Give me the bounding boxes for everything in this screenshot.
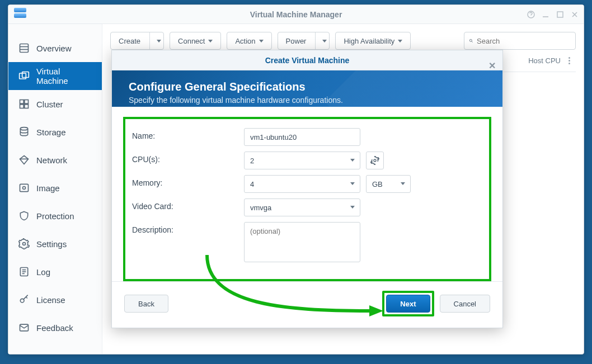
next-highlight: Next <box>382 291 434 316</box>
svg-rect-16 <box>20 184 29 191</box>
sidebar-item-cluster[interactable]: Cluster <box>8 90 102 118</box>
close-icon[interactable] <box>570 10 579 19</box>
modal-titlebar: Create Virtual Machine ✕ <box>112 50 502 70</box>
banner-subtitle: Specify the following virtual machine ha… <box>129 96 486 105</box>
sidebar-item-license[interactable]: License <box>8 286 102 314</box>
storage-icon <box>18 126 30 138</box>
memory-unit-select[interactable]: GB <box>366 175 411 193</box>
connect-button[interactable]: Connect <box>170 32 221 50</box>
sidebar-item-network[interactable]: Network <box>8 146 102 174</box>
window-controls <box>527 5 579 19</box>
cpu-settings-button[interactable] <box>366 152 384 169</box>
minimize-icon[interactable] <box>541 10 550 19</box>
sidebar-item-log[interactable]: Log <box>8 258 102 286</box>
memory-select[interactable]: 4 <box>244 175 360 193</box>
description-textarea[interactable] <box>244 222 360 262</box>
modal-footer: Back Next Cancel <box>112 281 502 328</box>
form-highlight: Name: CPU(s): 2 Memory: 4 GB <box>123 117 491 281</box>
svg-point-25 <box>469 39 472 41</box>
sidebar-item-image[interactable]: Image <box>8 174 102 202</box>
svg-rect-12 <box>20 105 24 108</box>
overview-icon <box>18 42 30 54</box>
sidebar-item-label: Settings <box>36 239 67 249</box>
sidebar-item-virtual-machine[interactable]: Virtual Machine <box>8 62 102 90</box>
column-host-cpu[interactable]: Host CPU <box>528 56 561 65</box>
create-label: Create <box>119 37 140 45</box>
virtual-machine-icon <box>18 70 30 82</box>
action-label: Action <box>235 37 255 45</box>
sidebar-item-label: License <box>36 295 65 305</box>
sidebar-item-label: Network <box>36 155 67 165</box>
sidebar-item-overview[interactable]: Overview <box>8 34 102 62</box>
svg-point-18 <box>23 243 26 245</box>
power-button[interactable]: Power <box>278 32 330 50</box>
modal-banner: Configure General Specifications Specify… <box>112 70 502 107</box>
modal-title: Create Virtual Machine <box>265 56 350 65</box>
svg-rect-10 <box>20 100 24 104</box>
chevron-down-icon <box>157 40 161 42</box>
sidebar: Overview Virtual Machine Cluster Storage… <box>8 24 102 354</box>
cluster-icon <box>18 98 30 110</box>
column-menu-icon[interactable] <box>568 57 570 64</box>
feedback-icon <box>18 322 30 333</box>
svg-line-26 <box>472 41 473 42</box>
sidebar-item-protection[interactable]: Protection <box>8 202 102 230</box>
cancel-button[interactable]: Cancel <box>440 295 490 313</box>
sidebar-item-label: Overview <box>36 44 72 53</box>
create-vm-modal: Create Virtual Machine ✕ Configure Gener… <box>111 50 503 328</box>
svg-rect-2 <box>557 12 563 17</box>
svg-rect-5 <box>20 44 29 53</box>
cpu-select[interactable]: 2 <box>244 152 360 169</box>
sidebar-item-label: Image <box>36 183 60 193</box>
network-icon <box>18 154 30 166</box>
sidebar-item-label: Storage <box>36 127 66 137</box>
sidebar-item-settings[interactable]: Settings <box>8 230 102 258</box>
svg-rect-13 <box>25 105 29 108</box>
window-title: Virtual Machine Manager <box>250 10 342 19</box>
power-label: Power <box>286 37 307 45</box>
gear-icon <box>370 156 379 165</box>
chevron-down-icon <box>322 40 327 42</box>
settings-icon <box>18 238 30 249</box>
high-availability-button[interactable]: High Availability <box>335 32 411 50</box>
sidebar-item-storage[interactable]: Storage <box>8 118 102 146</box>
search-icon <box>469 36 473 45</box>
sidebar-item-label: Log <box>36 267 50 277</box>
license-icon <box>18 294 30 305</box>
svg-point-27 <box>374 159 376 162</box>
maximize-icon[interactable] <box>556 10 565 19</box>
image-icon <box>18 182 30 193</box>
banner-title: Configure General Specifications <box>129 81 486 93</box>
label-cpu: CPU(s): <box>132 152 244 164</box>
chevron-down-icon <box>208 40 213 42</box>
toolbar: Create Connect Action Power High Availab… <box>102 24 584 50</box>
app-window: Virtual Machine Manager Overview Virtual… <box>8 4 584 354</box>
back-button[interactable]: Back <box>124 295 168 313</box>
log-icon <box>18 266 30 277</box>
svg-rect-11 <box>25 100 29 104</box>
next-button[interactable]: Next <box>386 295 430 313</box>
connect-label: Connect <box>178 37 205 45</box>
sidebar-item-label: Feedback <box>36 323 73 333</box>
sidebar-item-label: Virtual Machine <box>36 67 92 86</box>
sidebar-item-label: Protection <box>36 211 74 221</box>
svg-point-14 <box>20 127 27 130</box>
svg-point-17 <box>23 187 26 190</box>
protection-icon <box>18 210 30 221</box>
help-icon[interactable] <box>527 10 535 19</box>
action-button[interactable]: Action <box>227 32 271 50</box>
ha-label: High Availability <box>344 37 394 45</box>
label-name: Name: <box>132 128 244 140</box>
search-input[interactable] <box>473 37 571 45</box>
sidebar-item-label: Cluster <box>36 100 63 109</box>
sidebar-item-feedback[interactable]: Feedback <box>8 314 102 342</box>
name-input[interactable] <box>244 128 360 146</box>
video-card-select[interactable]: vmvga <box>244 198 360 216</box>
chevron-down-icon <box>398 40 402 42</box>
create-button[interactable]: Create <box>110 32 164 50</box>
chevron-down-icon <box>259 40 264 42</box>
label-memory: Memory: <box>132 175 244 187</box>
titlebar: Virtual Machine Manager <box>8 5 584 24</box>
label-video: Video Card: <box>132 198 244 211</box>
search-box[interactable] <box>464 32 576 50</box>
